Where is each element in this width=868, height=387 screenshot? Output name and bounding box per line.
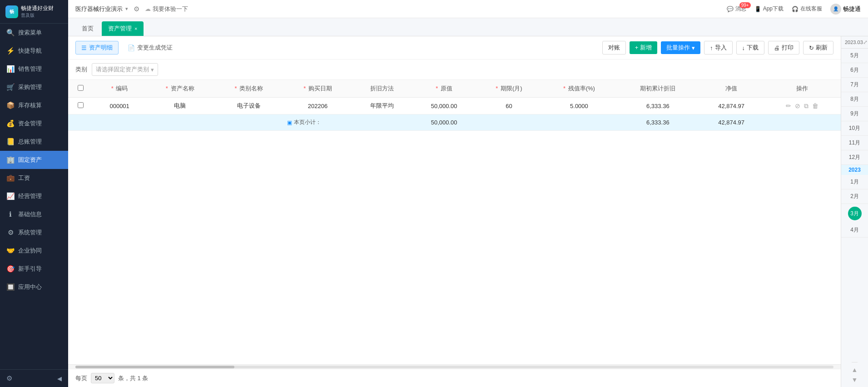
app-download-label: App下载 (763, 5, 784, 13)
refresh-label: 刷新 (816, 44, 828, 52)
month-item-11[interactable]: 11月 (841, 136, 868, 150)
logo-text: 畅捷通好业财 (21, 5, 54, 12)
sidebar-item-capital[interactable]: 💰 资金管理 (0, 114, 68, 133)
view-tab-change-voucher[interactable]: 📄 变更生成凭证 (122, 41, 178, 54)
sidebar-item-operations[interactable]: 📈 经营管理 (0, 187, 68, 205)
sidebar-item-enterprise[interactable]: 🤝 企业协同 (0, 242, 68, 260)
tab-asset-management[interactable]: 资产管理 × (102, 21, 144, 36)
month-item-2[interactable]: 2月 (841, 189, 868, 204)
sidebar-item-search[interactable]: 🔍 搜索菜单 (0, 24, 68, 42)
app-download-button[interactable]: 📱 App下载 (754, 5, 784, 13)
view-tab-asset-detail[interactable]: ☰ 资产明细 (75, 41, 119, 55)
total-label: 条，共 1 条 (118, 374, 148, 382)
panel-up-icon[interactable]: ▲ (852, 366, 858, 373)
col-accumulated-depreciation: 期初累计折旧 (617, 80, 699, 98)
sidebar-item-label: 销售管理 (18, 65, 42, 73)
month-item-6[interactable]: 6月 (841, 63, 868, 78)
sidebar-item-label: 经营管理 (18, 192, 42, 200)
row-purchase-date: 202206 (283, 98, 352, 114)
experience-label: 我要体验一下 (153, 5, 188, 13)
tab-label: 资产管理 (108, 25, 132, 33)
username: 畅捷通 (843, 5, 861, 13)
pagination: 每页 50 10 20 100 条，共 1 条 (68, 369, 841, 387)
download-button[interactable]: ↓ 下载 (736, 41, 765, 55)
sidebar-item-fixed-assets[interactable]: 🏢 固定资产 (0, 151, 68, 169)
right-panel-date: 2023.03 (845, 40, 863, 45)
horizontal-scrollbar[interactable] (68, 364, 841, 369)
month-item-8[interactable]: 8月 (841, 92, 868, 107)
search-icon: 🔍 (6, 29, 15, 37)
month-item-12[interactable]: 12月 (841, 150, 868, 165)
per-page-select[interactable]: 50 10 20 100 (91, 373, 114, 383)
per-page-label: 每页 (75, 374, 87, 382)
sidebar-item-quick-nav[interactable]: ⚡ 快捷导航 (0, 42, 68, 60)
sidebar-item-guide[interactable]: 🎯 新手引导 (0, 260, 68, 278)
sidebar-item-sales[interactable]: 📊 销售管理 (0, 60, 68, 78)
tab-home[interactable]: 首页 (75, 21, 100, 36)
sidebar-collapse-button[interactable]: ◀ (57, 375, 62, 382)
month-item-7[interactable]: 7月 (841, 78, 868, 92)
subtotal-original-value: 50,000.00 (412, 114, 476, 131)
year-label-2023: 2023 (841, 165, 868, 175)
tab-home-label: 首页 (82, 25, 94, 32)
print-button[interactable]: 🖨 打印 (768, 41, 799, 55)
refresh-button[interactable]: ↻ 刷新 (803, 41, 833, 55)
operations-icon: 📈 (6, 192, 15, 200)
subtotal-label-cell: ▣ 本页小计： (283, 114, 412, 131)
month-item-4[interactable]: 4月 (841, 223, 868, 238)
message-icon: 💬 (727, 6, 734, 12)
sidebar-item-basic-info[interactable]: ℹ 基础信息 (0, 205, 68, 223)
category-filter[interactable]: 请选择固定资产类别 ▾ (92, 63, 158, 76)
fixed-assets-icon: 🏢 (6, 156, 15, 164)
right-panel-expand-icon[interactable]: ⤢ (863, 39, 868, 45)
month-item-10[interactable]: 10月 (841, 121, 868, 136)
experience-button[interactable]: ☁ 我要体验一下 (145, 5, 188, 13)
sidebar-item-label: 资金管理 (18, 119, 42, 128)
sidebar-item-payroll[interactable]: 💼 工资 (0, 169, 68, 187)
month-item-5[interactable]: 5月 (841, 49, 868, 63)
reconcile-button[interactable]: 对账 (602, 41, 626, 55)
copy-icon[interactable]: ⧉ (804, 102, 808, 110)
user-menu[interactable]: 👤 畅捷通 (830, 4, 861, 15)
tab-close-icon[interactable]: × (134, 26, 137, 31)
sidebar-item-label: 工资 (18, 174, 30, 182)
category-filter-placeholder: 请选择固定资产类别 (96, 65, 149, 74)
row-name: 电脑 (145, 98, 214, 114)
company-selector[interactable]: 医疗器械行业演示 ▾ (75, 5, 128, 13)
row-category: 电子设备 (214, 98, 283, 114)
messages-button[interactable]: 💬 消息 99+ (727, 5, 746, 13)
payroll-icon: 💼 (6, 174, 15, 182)
avatar: 👤 (830, 4, 841, 15)
disable-icon[interactable]: ⊘ (795, 102, 800, 109)
subtotal-icon: ▣ (287, 119, 292, 126)
sidebar-item-app-center[interactable]: 🔲 应用中心 (0, 278, 68, 296)
row-checkbox[interactable] (78, 102, 84, 108)
select-all-checkbox[interactable] (78, 85, 84, 91)
import-button[interactable]: ↑ 导入 (704, 41, 733, 55)
sidebar-item-label: 采购管理 (18, 83, 42, 91)
delete-icon[interactable]: 🗑 (812, 102, 818, 109)
sidebar-item-inventory[interactable]: 📦 库存核算 (0, 96, 68, 114)
sidebar-item-label: 固定资产 (18, 156, 42, 164)
voucher-icon: 📄 (128, 45, 135, 51)
scrollbar-thumb[interactable] (75, 366, 234, 368)
tabbar: 首页 资产管理 × (68, 18, 868, 36)
col-original-value: 原值 (412, 80, 476, 98)
topbar-settings-icon[interactable]: ⚙ (134, 5, 139, 13)
sidebar-settings-icon[interactable]: ⚙ (6, 374, 12, 382)
month-item-1[interactable]: 1月 (841, 175, 868, 189)
sidebar-item-system[interactable]: ⚙ 系统管理 (0, 223, 68, 242)
edit-icon[interactable]: ✏ (786, 102, 791, 109)
system-icon: ⚙ (6, 228, 15, 237)
sidebar-item-ledger[interactable]: 📒 总账管理 (0, 133, 68, 151)
view-tab-label: 变更生成凭证 (137, 44, 173, 52)
new-button[interactable]: + 新增 (630, 41, 657, 54)
batch-button[interactable]: 批量操作 ▾ (661, 41, 700, 54)
month-item-3-active[interactable]: 3月 (848, 207, 862, 220)
month-item-9[interactable]: 9月 (841, 107, 868, 121)
sidebar-item-label: 快捷导航 (18, 47, 42, 55)
online-service-button[interactable]: 🎧 在线客服 (792, 5, 822, 13)
panel-down-icon[interactable]: ▼ (852, 376, 858, 383)
sidebar-item-purchase[interactable]: 🛒 采购管理 (0, 78, 68, 96)
messages-badge: 99+ (739, 2, 751, 8)
